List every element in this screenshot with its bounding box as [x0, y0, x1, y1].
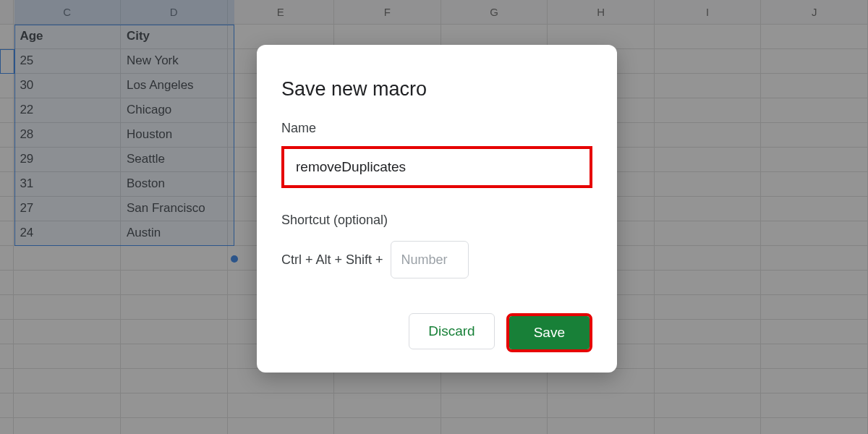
dialog-title: Save new macro [281, 78, 592, 101]
save-button-highlight: Save [506, 313, 592, 352]
shortcut-number-input[interactable] [391, 241, 469, 278]
save-macro-dialog: Save new macro Name Shortcut (optional) … [257, 45, 617, 373]
discard-button[interactable]: Discard [409, 313, 494, 349]
name-label: Name [281, 121, 592, 136]
macro-name-input[interactable] [281, 146, 592, 188]
dialog-actions: Discard Save [281, 313, 592, 352]
save-button[interactable]: Save [509, 316, 590, 349]
shortcut-row: Ctrl + Alt + Shift + [281, 241, 592, 278]
shortcut-label: Shortcut (optional) [281, 213, 592, 228]
shortcut-prefix: Ctrl + Alt + Shift + [281, 252, 383, 268]
